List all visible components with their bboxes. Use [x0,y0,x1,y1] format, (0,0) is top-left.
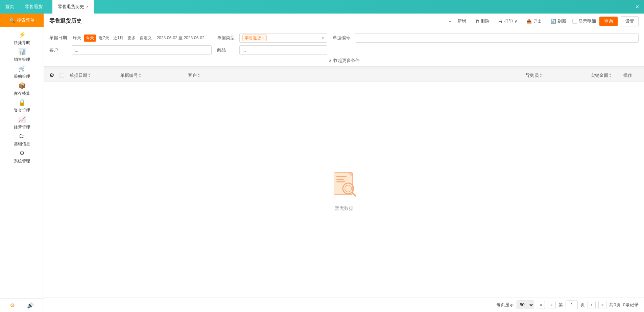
sidebar-settings-button[interactable]: ⚙ [10,302,15,309]
tab-retail-return-label: 零售退货 [25,4,43,10]
th-customer-label: 客户 [188,72,197,79]
filter-date: 单据日期 昨天 今天 近7天 近1月 更多 自定义 2023-06-02 至 2… [49,35,212,42]
search-icon: 🔍 [9,18,15,23]
basic-info-icon: 🗂 [19,133,25,140]
sidebar-item-inventory[interactable]: 📦 库存核算 [0,81,44,97]
show-detail-checkbox[interactable] [572,19,577,24]
page-number-input[interactable] [566,300,578,309]
collapse-icon: ∧ [329,58,332,63]
nav-tabs: 首页 零售退货 × 零售退货历史 × [0,0,630,14]
finance-icon: 🔒 [18,99,26,106]
table-container: ⚙ 单据日期 ▲▼ 单据编号 ▲▼ 客户 ▲▼ 导购员 [44,69,644,297]
delete-icon: 🗑 [475,19,479,24]
prev-page-icon: ‹ [551,303,552,307]
sidebar-item-sales-label: 销售管理 [14,57,30,63]
add-button[interactable]: ＋ + 新增 [445,17,469,26]
table-settings-icon[interactable]: ⚙ [47,72,57,79]
add-icon: ＋ [448,18,452,24]
sidebar-item-basic-info-label: 基础信息 [14,141,30,147]
date-opt-1month[interactable]: 近1月 [112,35,125,42]
pagination: 每页显示 50 10 20 100 « ‹ 第 页 › » 共0页, 0条记录 [44,297,644,312]
sidebar-item-finance-label: 资金管理 [14,108,30,113]
type-tag-close[interactable]: × [262,36,264,40]
th-action: 操作 [614,72,641,79]
th-guide-sort[interactable]: ▲▼ [540,73,542,78]
svg-rect-1 [336,176,347,177]
date-opt-7days[interactable]: 近7天 [97,35,111,42]
sidebar-item-quick-nav-label: 快捷导航 [14,40,30,46]
sidebar-audio-button[interactable]: 🔊 [27,302,34,309]
tab-retail-return-close[interactable]: × [45,4,47,9]
filter-area: 单据日期 昨天 今天 近7天 近1月 更多 自定义 2023-06-02 至 2… [44,29,644,67]
type-tag-label: 零售退货 [245,35,261,41]
th-amount-sort[interactable]: ▲▼ [609,73,612,78]
th-date-sort[interactable]: ▲▼ [88,73,91,78]
type-tag: 零售退货 × [242,35,267,41]
sidebar-item-sales-mgmt[interactable]: 📊 销售管理 [0,47,44,64]
delete-button[interactable]: 🗑 删除 [472,17,492,26]
date-opt-today[interactable]: 今天 [84,35,96,42]
sidebar-menu: ⚡ 快捷导航 📊 销售管理 🛒 采购管理 📦 库存核算 🔒 资金管理 📈 [0,27,44,298]
sidebar-search[interactable]: 🔍 搜索菜单 [0,14,44,27]
sidebar-item-operations-label: 经营管理 [14,125,30,130]
sidebar-item-operations[interactable]: 📈 经营管理 [0,114,44,131]
per-page-select[interactable]: 50 10 20 100 [517,300,534,309]
th-no-sort[interactable]: ▲▼ [139,73,141,78]
table-header: ⚙ 单据日期 ▲▼ 单据编号 ▲▼ 客户 ▲▼ 导购员 [44,69,644,82]
next-page-button[interactable]: › [588,301,596,309]
export-icon: 📤 [526,19,532,24]
settings-button[interactable]: 设置 [621,16,639,26]
print-button[interactable]: 🖨 打印 ∨ [496,17,520,26]
empty-state: 暂无数据 [44,82,644,297]
date-opt-custom[interactable]: 自定义 [138,35,153,42]
sidebar-item-inventory-label: 库存核算 [14,91,30,96]
tab-home[interactable]: 首页 [0,0,20,14]
last-page-button[interactable]: » [598,301,606,309]
first-page-button[interactable]: « [537,301,545,309]
type-select-arrow: ∨ [321,36,324,40]
sidebar-item-system[interactable]: ⚙ 系统管理 [0,148,44,165]
sidebar-item-purchase-label: 采购管理 [14,74,30,80]
current-page-label: 第 [558,302,563,308]
th-date-label: 单据日期 [70,72,87,79]
sidebar-item-finance[interactable]: 🔒 资金管理 [0,97,44,114]
type-select[interactable]: 零售退货 × ∨ [239,33,327,43]
filter-type: 单据类型 零售退货 × ∨ [217,33,327,43]
tab-retail-return[interactable]: 零售退货 × [20,0,52,14]
filter-goods: 商品 [217,45,327,55]
page-title: 零售退货历史 [49,18,82,25]
goods-input[interactable] [239,45,327,55]
th-guide-label: 导购员 [526,72,539,79]
select-all-checkbox[interactable] [59,73,64,78]
sidebar-item-purchase-mgmt[interactable]: 🛒 采购管理 [0,64,44,81]
voucher-no-input[interactable] [355,33,639,43]
sidebar-item-quick-nav[interactable]: ⚡ 快捷导航 [0,30,44,47]
sidebar-item-system-label: 系统管理 [14,158,30,164]
table-select-all[interactable] [57,73,67,78]
customer-label: 客户 [49,47,70,53]
window-close-button[interactable]: × [630,0,644,14]
refresh-button[interactable]: 🔄 刷新 [548,17,569,26]
date-label: 单据日期 [49,35,70,41]
th-no: 单据编号 ▲▼ [118,72,185,79]
add-label: + 新增 [454,18,466,24]
customer-input[interactable] [72,45,212,55]
operations-icon: 📈 [18,116,26,123]
collapse-button[interactable]: ∧ 收起更多条件 [329,58,360,64]
tab-retail-return-history-close[interactable]: × [86,4,89,9]
first-page-icon: « [540,303,542,307]
export-label: 导出 [533,18,542,24]
sidebar-item-basic-info[interactable]: 🗂 基础信息 [0,131,44,148]
top-nav: 首页 零售退货 × 零售退货历史 × × [0,0,644,14]
prev-page-button[interactable]: ‹ [548,301,556,309]
svg-rect-2 [336,179,344,180]
empty-text: 暂无数据 [335,205,354,211]
date-opt-more[interactable]: 更多 [126,35,137,42]
tab-retail-return-history[interactable]: 零售退货历史 × [52,0,94,14]
content-area: 零售退货历史 ＋ + 新增 🗑 删除 🖨 打印 ∨ 📤 导出 [44,14,644,312]
export-button[interactable]: 📤 导出 [524,17,545,26]
query-button[interactable]: 查询 [599,17,618,26]
th-customer-sort[interactable]: ▲▼ [197,73,200,78]
date-opt-yesterday[interactable]: 昨天 [72,35,82,42]
show-detail-wrap[interactable]: 显示明细 [572,18,596,24]
